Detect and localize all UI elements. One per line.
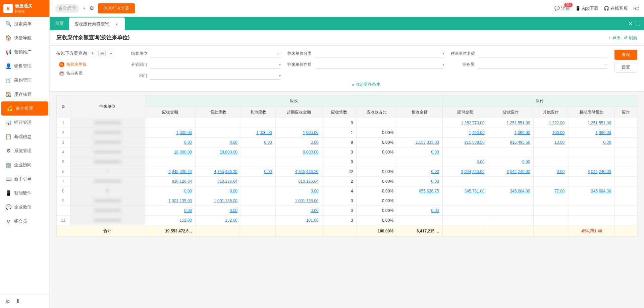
loan-receivable-cell[interactable]: 0.00 bbox=[196, 138, 241, 147]
other-receivable-cell[interactable]: 0.00 bbox=[241, 138, 276, 147]
loan-receivable-cell[interactable]: 4,345,436.20 bbox=[196, 167, 241, 177]
other-receivable-cell[interactable]: 0.00 bbox=[241, 167, 276, 177]
sidebar-item-capital[interactable]: 💰 资金管理 bbox=[1, 101, 48, 116]
other-receivable-cell[interactable] bbox=[241, 157, 276, 167]
loan-payable-cell[interactable]: 915,495.56 bbox=[488, 138, 534, 147]
query-button[interactable]: 查询 bbox=[614, 50, 637, 60]
loan-payable-cell[interactable]: 3,044,240.00 bbox=[488, 167, 534, 177]
partner-name-input[interactable] bbox=[478, 50, 608, 57]
sidebar-item-search[interactable]: 🔍 搜索菜单 bbox=[0, 17, 49, 31]
overdue-payable-cell[interactable] bbox=[568, 177, 615, 186]
loan-receivable-cell[interactable]: 18,000.00 bbox=[196, 147, 241, 157]
sidebar-item-enterprise[interactable]: 🏢 企业协同 bbox=[0, 158, 49, 172]
export-button[interactable]: ↑ 导出 bbox=[609, 35, 621, 41]
receivable-amt-cell[interactable]: 0.00 bbox=[145, 206, 196, 216]
sidebar-item-quicknav[interactable]: 🏠 快捷导航 bbox=[0, 31, 49, 45]
other-receivable-cell[interactable] bbox=[241, 206, 276, 216]
sidebar-item-member[interactable]: V 畅会员 bbox=[0, 214, 49, 228]
online-service-btn[interactable]: 🎧 在线客服 bbox=[604, 5, 628, 11]
loan-payable-cell[interactable] bbox=[488, 147, 534, 157]
overdue-payable-cell[interactable] bbox=[568, 157, 615, 167]
overdue-receivable-cell[interactable]: 1,000.00 bbox=[275, 128, 322, 138]
other-receivable-cell[interactable]: 1,000.00 bbox=[241, 128, 276, 138]
target-filter-btn[interactable]: ◎ bbox=[98, 50, 106, 57]
loan-receivable-cell[interactable]: 0.00 bbox=[196, 206, 241, 216]
overdue-payable-cell[interactable] bbox=[568, 216, 615, 225]
other-payable-cell[interactable] bbox=[534, 196, 568, 206]
payable-amt-cell[interactable]: 3,044,240.00 bbox=[442, 167, 488, 177]
trial-button[interactable]: 体验行业方案 bbox=[98, 3, 135, 13]
prepaid-balance-cell[interactable]: 2,153,333.00 bbox=[397, 138, 443, 147]
refresh-button[interactable]: ↺ 刷新 bbox=[624, 35, 637, 41]
receivable-amt-cell[interactable]: 18,000.00 bbox=[145, 147, 196, 157]
receivable-amt-cell[interactable] bbox=[145, 118, 196, 128]
other-payable-cell[interactable] bbox=[534, 206, 568, 216]
other-payable-cell[interactable]: 13.00 bbox=[534, 138, 568, 147]
prepaid-balance-cell[interactable] bbox=[397, 216, 443, 225]
other-payable-cell[interactable]: 100.00 bbox=[534, 128, 568, 138]
loan-receivable-cell[interactable]: 1,001,135.00 bbox=[196, 196, 241, 206]
overdue-receivable-cell[interactable]: 9,000.00 bbox=[275, 147, 322, 157]
tab-close-button[interactable]: × bbox=[114, 21, 119, 27]
receivable-amt-cell[interactable]: 810,126.64 bbox=[145, 177, 196, 186]
prepaid-balance-cell[interactable] bbox=[397, 157, 443, 167]
receivable-amt-cell[interactable]: 0.00 bbox=[145, 186, 196, 196]
payable-amt-cell[interactable] bbox=[442, 147, 488, 157]
payable-amt-cell[interactable] bbox=[442, 206, 488, 216]
tab-home[interactable]: 首页 bbox=[50, 17, 69, 30]
prepaid-balance-cell[interactable] bbox=[397, 118, 443, 128]
prepaid-balance-cell[interactable]: 0.00 bbox=[397, 177, 443, 186]
tab-query[interactable]: 应收应付余额查询 × bbox=[69, 17, 125, 31]
sidebar-item-hardware[interactable]: 📱 智能硬件 bbox=[0, 186, 49, 200]
other-receivable-cell[interactable] bbox=[241, 147, 276, 157]
prepaid-balance-cell[interactable]: 0.00 bbox=[397, 206, 443, 216]
loan-payable-cell[interactable] bbox=[488, 206, 534, 216]
settings-col-header[interactable]: ⚙ bbox=[57, 95, 70, 118]
receivable-amt-cell[interactable]: 1,000.00 bbox=[145, 128, 196, 138]
loan-payable-cell[interactable]: 0.00 bbox=[488, 157, 534, 167]
nav-by-partner[interactable]: W 按往来单位 bbox=[56, 60, 120, 69]
nav-by-salesman[interactable]: ⏰ 按业务员 bbox=[56, 69, 120, 78]
sidebar-item-base[interactable]: 📋 基础信息 bbox=[0, 130, 49, 144]
payable-amt-cell[interactable] bbox=[442, 177, 488, 186]
overdue-payable-cell[interactable]: 1,251,551.00 bbox=[568, 118, 615, 128]
dept-manage-input[interactable] bbox=[150, 61, 279, 68]
overdue-receivable-cell[interactable]: 4,345,436.20 bbox=[275, 167, 322, 177]
overdue-receivable-cell[interactable]: 0.00 bbox=[275, 138, 322, 147]
sidebar-item-inventory[interactable]: 🏠 库存核算 bbox=[0, 87, 49, 101]
settings-bottom-icon[interactable]: ⚙ bbox=[5, 298, 10, 305]
sidebar-item-system[interactable]: ⚙ 系统管理 bbox=[0, 144, 49, 158]
other-payable-cell[interactable] bbox=[534, 177, 568, 186]
prepaid-balance-cell[interactable]: 655,636.75 bbox=[397, 186, 443, 196]
other-payable-cell[interactable]: 77.00 bbox=[534, 186, 568, 196]
other-receivable-cell[interactable] bbox=[241, 177, 276, 186]
other-payable-cell[interactable] bbox=[534, 216, 568, 225]
add-filter-btn[interactable]: + bbox=[89, 50, 96, 57]
sidebar-item-sales[interactable]: 👤 销售管理 bbox=[0, 59, 49, 73]
payable-amt-cell[interactable]: 915,508.56 bbox=[442, 138, 488, 147]
overdue-payable-cell[interactable] bbox=[568, 196, 615, 206]
overdue-payable-cell[interactable] bbox=[568, 147, 615, 157]
loan-payable-cell[interactable] bbox=[488, 177, 534, 186]
loan-receivable-cell[interactable]: 810,126.64 bbox=[196, 177, 241, 186]
overdue-payable-cell[interactable]: 0.00 bbox=[568, 138, 615, 147]
salesman-input[interactable] bbox=[477, 61, 604, 68]
sidebar-item-purchase[interactable]: 🛒 采购管理 bbox=[0, 73, 49, 87]
receivable-amt-cell[interactable] bbox=[145, 157, 196, 167]
overdue-receivable-cell[interactable]: 0.00 bbox=[275, 186, 322, 196]
loan-receivable-cell[interactable]: 0.00 bbox=[196, 186, 241, 196]
sidebar-item-wechat[interactable]: 💬 企业微信 bbox=[0, 200, 49, 214]
settlement-dots-icon[interactable]: ··· bbox=[277, 51, 281, 56]
sidebar-item-operation[interactable]: 📊 经营管理 bbox=[0, 116, 49, 130]
chevron-down-icon[interactable]: ▾ bbox=[83, 6, 85, 11]
other-receivable-cell[interactable] bbox=[241, 118, 276, 128]
payable-amt-cell[interactable] bbox=[442, 216, 488, 225]
loan-payable-cell[interactable]: 1,390.00 bbox=[488, 128, 534, 138]
overdue-payable-cell[interactable]: 1,390.00 bbox=[568, 128, 615, 138]
payable-amt-cell[interactable]: 1,252,773.00 bbox=[442, 118, 488, 128]
sidebar-item-guide[interactable]: 📖 新手引导 bbox=[0, 172, 49, 186]
prepaid-balance-cell[interactable] bbox=[397, 196, 443, 206]
receivable-amt-cell[interactable]: 152.00 bbox=[145, 216, 196, 225]
payable-amt-cell[interactable]: 1,490.00 bbox=[442, 128, 488, 138]
partner-category-input[interactable] bbox=[314, 50, 443, 57]
